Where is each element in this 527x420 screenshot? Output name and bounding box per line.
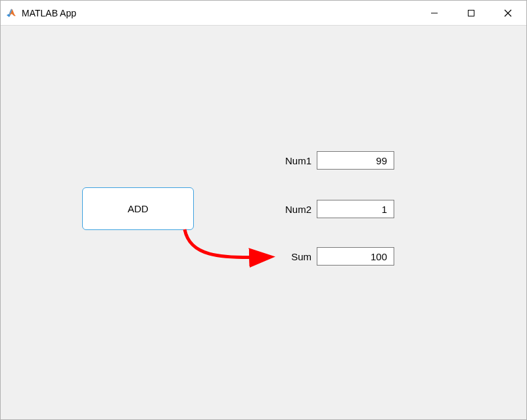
num2-row: Num2 xyxy=(272,200,394,218)
app-window: MATLAB App ADD Num1 Num2 Sum xyxy=(0,0,527,420)
num1-row: Num1 xyxy=(272,151,394,170)
annotation-arrow-icon xyxy=(1,26,526,420)
num1-label: Num1 xyxy=(272,155,311,166)
window-controls xyxy=(416,1,526,25)
maximize-button[interactable] xyxy=(453,1,490,25)
minimize-button[interactable] xyxy=(416,1,453,25)
sum-label: Sum xyxy=(272,251,311,262)
sum-row: Sum xyxy=(272,247,394,266)
num2-label: Num2 xyxy=(272,204,311,215)
add-button[interactable]: ADD xyxy=(82,187,194,230)
matlab-icon xyxy=(6,8,16,18)
window-title: MATLAB App xyxy=(22,8,416,18)
sum-input[interactable] xyxy=(317,247,394,266)
num1-input[interactable] xyxy=(317,151,394,170)
num2-input[interactable] xyxy=(317,200,394,218)
client-area: ADD Num1 Num2 Sum xyxy=(1,26,526,419)
titlebar: MATLAB App xyxy=(1,1,526,26)
svg-rect-1 xyxy=(469,10,474,16)
close-button[interactable] xyxy=(490,1,526,25)
